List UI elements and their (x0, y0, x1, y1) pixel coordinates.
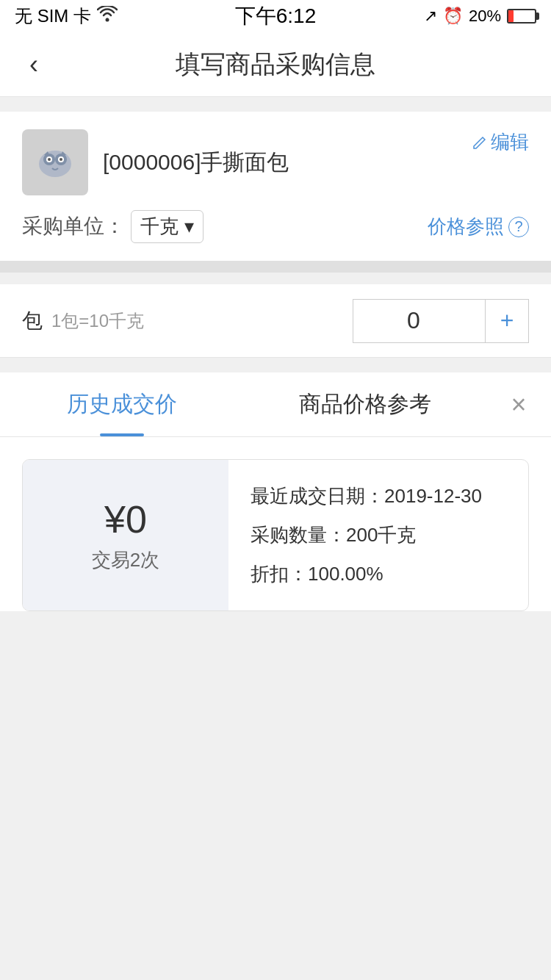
product-left: [0000006]手撕面包 (22, 129, 289, 195)
status-time: 下午6:12 (235, 2, 317, 30)
unit-label-group: 采购单位： 千克 ▾ (22, 210, 204, 243)
back-button[interactable]: ‹ (22, 42, 46, 87)
recent-date-value: 2019-12-30 (384, 485, 482, 507)
product-name: [0000006]手撕面包 (103, 148, 289, 178)
recent-date-row: 最近成交日期：2019-12-30 (251, 482, 506, 511)
price-reference-button[interactable]: 价格参照 ? (428, 214, 529, 239)
price-card: ¥0 交易2次 最近成交日期：2019-12-30 采购数量：200千克 折扣：… (22, 459, 529, 611)
unit-label-text: 采购单位： (22, 215, 125, 237)
status-bar: 无 SIM 卡 下午6:12 ↗ ⏰ 20% (0, 0, 551, 32)
edit-label: 编辑 (491, 129, 529, 155)
tabs-header: 历史成交价 商品价格参考 × (0, 372, 551, 437)
tab-product-price[interactable]: 商品价格参考 (243, 372, 486, 436)
tab-history-price-label: 历史成交价 (67, 389, 177, 419)
discount-label: 折扣： (251, 563, 308, 585)
unit-select[interactable]: 千克 ▾ (131, 210, 204, 243)
svg-point-0 (106, 18, 109, 22)
nav-bar: ‹ 填写商品采购信息 (0, 32, 551, 97)
alarm-icon: ⏰ (443, 7, 463, 26)
page-title: 填写商品采购信息 (176, 48, 375, 82)
quantity-input[interactable] (353, 299, 485, 343)
tab-history-price[interactable]: 历史成交价 (0, 372, 243, 436)
quantity-row: 采购数量：200千克 (251, 521, 506, 550)
quantity-plus-button[interactable]: + (485, 299, 529, 343)
price-transactions: 交易2次 (92, 547, 159, 573)
help-icon: ? (508, 217, 529, 237)
price-ref-label: 价格参照 (428, 214, 504, 239)
product-header: [0000006]手撕面包 编辑 (22, 129, 529, 195)
section-divider (0, 261, 551, 273)
product-unit-row: 采购单位： 千克 ▾ 价格参照 ? (22, 210, 529, 243)
currency-symbol: ¥ (104, 498, 126, 541)
svg-point-1 (39, 151, 71, 177)
price-amount: ¥0 (104, 497, 147, 541)
content-area (0, 633, 551, 980)
bag-label: 包 (22, 307, 43, 335)
location-icon: ↗ (424, 7, 437, 26)
bag-conversion: 1包=10千克 (51, 309, 144, 333)
wifi-icon (97, 6, 118, 26)
recent-date-label: 最近成交日期： (251, 485, 384, 507)
battery-percentage: 20% (469, 7, 501, 26)
svg-point-7 (60, 158, 62, 161)
svg-point-6 (48, 158, 51, 161)
quantity-detail-value: 200千克 (346, 524, 416, 546)
carrier-text: 无 SIM 卡 (15, 4, 91, 28)
status-left: 无 SIM 卡 (15, 4, 118, 28)
tabs-section: 历史成交价 商品价格参考 × ¥0 交易2次 最近成交日期：2019-12-30… (0, 372, 551, 611)
quantity-label-text: 采购数量： (251, 524, 346, 546)
battery-icon (507, 9, 536, 24)
discount-row: 折扣：100.00% (251, 560, 506, 588)
unit-value: 千克 (140, 214, 179, 239)
product-section: [0000006]手撕面包 编辑 采购单位： 千克 ▾ 价格参照 ? (0, 112, 551, 261)
discount-value: 100.00% (308, 563, 383, 585)
price-value: 0 (126, 498, 147, 541)
dropdown-icon: ▾ (184, 215, 194, 238)
price-summary: ¥0 交易2次 (23, 460, 228, 610)
product-image (22, 129, 88, 195)
status-right: ↗ ⏰ 20% (424, 7, 536, 26)
quantity-controls: + (353, 299, 529, 343)
quantity-label: 包 1包=10千克 (22, 307, 144, 335)
price-details: 最近成交日期：2019-12-30 采购数量：200千克 折扣：100.00% (228, 460, 528, 610)
tab-product-price-label: 商品价格参考 (299, 389, 431, 419)
quantity-section: 包 1包=10千克 + (0, 284, 551, 358)
edit-button[interactable]: 编辑 (472, 129, 529, 155)
tab-close-button[interactable]: × (486, 372, 551, 436)
